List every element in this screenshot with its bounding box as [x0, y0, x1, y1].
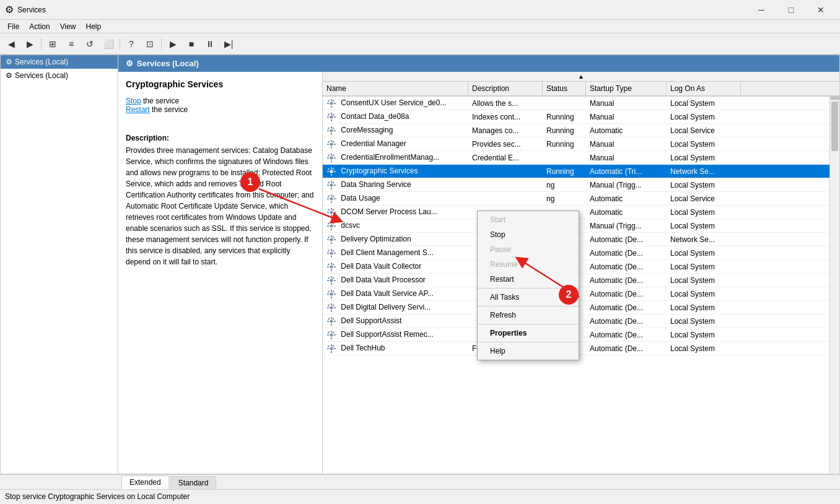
td-startup: Automatic (De...	[586, 329, 667, 341]
stop-button[interactable]: ■	[183, 36, 200, 52]
toolbar-sep-3	[161, 38, 162, 50]
menu-action[interactable]: Action	[24, 21, 55, 32]
show-hide-tree-button[interactable]: ⊞	[44, 36, 61, 52]
sidebar-item-services-local[interactable]: ⚙ Services (Local)	[1, 69, 118, 82]
tab-standard[interactable]: Standard	[170, 476, 217, 489]
ctx-refresh[interactable]: Refresh	[478, 308, 579, 323]
td-name: Dell SupportAssist	[323, 315, 468, 328]
td-status	[543, 102, 586, 105]
table-row[interactable]: CredentialEnrollmentManag... Credential …	[323, 151, 839, 165]
export-button[interactable]: ⬜	[100, 36, 117, 52]
properties-button[interactable]: ⊡	[141, 36, 159, 52]
pause-button[interactable]: ⏸	[201, 36, 219, 52]
service-name: dcsvc	[341, 221, 360, 230]
table-row[interactable]: Credential Manager Provides sec... Runni…	[323, 137, 839, 151]
svg-rect-62	[328, 195, 330, 198]
menu-file[interactable]: File	[2, 21, 24, 32]
table-row[interactable]: CoreMessaging Manages co... Running Auto…	[323, 124, 839, 137]
sidebar-header: ⚙ Services (Local)	[1, 55, 118, 69]
col-header-desc[interactable]: Description	[468, 82, 543, 95]
stop-link[interactable]: Stop	[126, 97, 141, 105]
td-startup: Manual (Trigg...	[586, 220, 667, 232]
svg-rect-134	[328, 318, 330, 320]
ctx-resume[interactable]: Resume	[478, 257, 579, 272]
svg-rect-13	[334, 116, 336, 118]
svg-rect-15	[332, 113, 335, 116]
service-name: Dell SupportAssist Remec...	[341, 330, 433, 339]
svg-point-25	[331, 143, 333, 145]
table-row[interactable]: Contact Data_de08a Indexes cont... Runni…	[323, 110, 839, 124]
svg-rect-54	[328, 181, 330, 184]
svg-rect-5	[334, 103, 336, 104]
svg-rect-138	[331, 331, 332, 332]
play-button[interactable]: ▶	[164, 36, 182, 52]
forward-button[interactable]: ▶	[21, 36, 38, 52]
close-button[interactable]: ✕	[807, 0, 835, 20]
content-header-icon: ⚙	[126, 59, 133, 68]
minimize-button[interactable]: ─	[747, 0, 776, 20]
ctx-start[interactable]: Start	[478, 212, 579, 227]
table-row[interactable]: Cryptographic Services Running Automatic…	[323, 165, 839, 178]
ctx-properties[interactable]: Properties	[478, 326, 579, 341]
service-name: DCOM Server Process Lau...	[341, 207, 437, 216]
table-row[interactable]: dcsvc ng Manual (Trigg... Local System	[323, 219, 839, 233]
ctx-stop[interactable]: Stop	[478, 227, 579, 242]
col-header-startup[interactable]: Startup Type	[586, 82, 667, 95]
svg-rect-116	[327, 293, 329, 295]
service-gear-icon	[326, 316, 336, 326]
svg-point-1	[331, 102, 333, 104]
table-row[interactable]: Dell Data Vault Collector ng Automatic (…	[323, 260, 839, 274]
window-controls: ─ □ ✕	[747, 0, 835, 20]
maximize-button[interactable]: □	[777, 0, 805, 20]
svg-point-113	[331, 293, 333, 295]
table-row[interactable]: DCOM Server Process Lau... ng Automatic …	[323, 206, 839, 219]
back-button[interactable]: ◀	[2, 36, 20, 52]
title-bar: ⚙ Services ─ □ ✕	[0, 0, 840, 20]
col-header-logon[interactable]: Log On As	[667, 82, 741, 95]
table-row[interactable]: Dell Digital Delivery Servi... ng Automa…	[323, 301, 839, 315]
svg-rect-143	[332, 331, 335, 334]
svg-rect-94	[328, 250, 330, 252]
menu-view[interactable]: View	[55, 21, 81, 32]
table-row[interactable]: Dell TechHub Foundation... Running Autom…	[323, 342, 839, 355]
table-row[interactable]: Delivery Optimization ng Automatic (De..…	[323, 233, 839, 246]
svg-point-129	[331, 320, 333, 322]
td-status: Running	[543, 139, 586, 150]
tab-extended[interactable]: Extended	[121, 476, 169, 489]
refresh-button[interactable]: ↺	[81, 36, 98, 52]
stop-text: the service	[143, 97, 179, 105]
sidebar-title: Services (Local)	[15, 58, 68, 66]
scrollbar-thumb[interactable]	[831, 102, 838, 151]
td-status: Running	[543, 166, 586, 177]
scroll-up-area[interactable]: ▲	[323, 72, 839, 82]
table-row[interactable]: Dell Client Management S... ng Automatic…	[323, 246, 839, 260]
table-row[interactable]: Dell Data Vault Service AP... ng Automat…	[323, 287, 839, 301]
table-row[interactable]: Dell SupportAssist ng Automatic (De... L…	[323, 315, 839, 328]
restart-button[interactable]: ▶|	[220, 36, 237, 52]
table-row[interactable]: ConsentUX User Service_de0... Allows the…	[323, 97, 839, 110]
svg-point-17	[331, 129, 333, 131]
ctx-restart[interactable]: Restart	[478, 272, 579, 287]
svg-rect-91	[331, 256, 332, 258]
services-table[interactable]: Name Description Status Startup Type Log…	[323, 82, 839, 474]
list-view-button[interactable]: ≡	[63, 36, 80, 52]
td-startup: Automatic (Tri...	[586, 166, 667, 177]
col-header-status[interactable]: Status	[543, 82, 586, 95]
menu-help[interactable]: Help	[81, 21, 107, 32]
service-gear-icon	[326, 98, 336, 108]
table-row[interactable]: Dell SupportAssist Remec... ng Automatic…	[323, 328, 839, 342]
table-row[interactable]: Data Usage ng Automatic Local Service	[323, 192, 839, 206]
col-header-name[interactable]: Name	[323, 82, 468, 95]
restart-text: the service	[152, 105, 188, 114]
service-name: CredentialEnrollmentManag...	[341, 153, 439, 162]
restart-link[interactable]: Restart	[126, 105, 150, 114]
svg-rect-87	[332, 236, 335, 238]
table-row[interactable]: Data Sharing Service ng Manual (Trigg...…	[323, 178, 839, 192]
ctx-pause[interactable]: Pause	[478, 242, 579, 257]
svg-rect-45	[334, 171, 336, 172]
table-row[interactable]: Dell Data Vault Processor ng Automatic (…	[323, 274, 839, 287]
scrollbar-track[interactable]: ▲	[829, 89, 839, 474]
svg-rect-78	[328, 222, 330, 225]
ctx-help[interactable]: Help	[478, 344, 579, 358]
help-button[interactable]: ?	[123, 36, 140, 52]
